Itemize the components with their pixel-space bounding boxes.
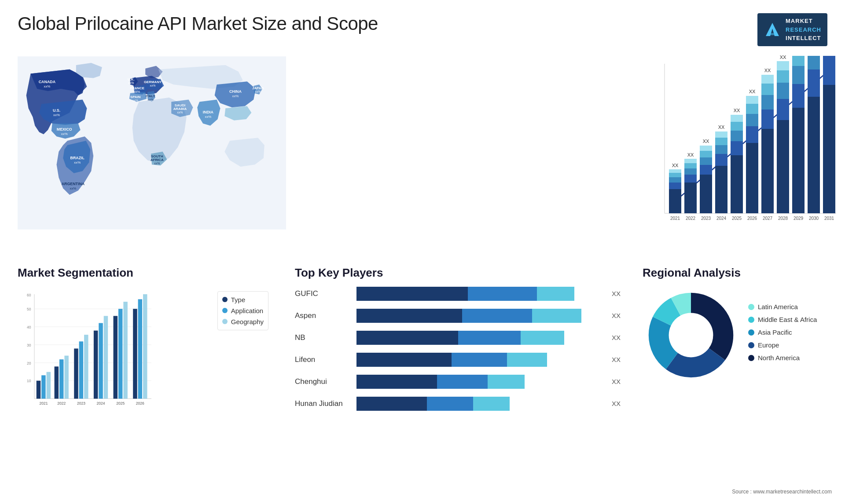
svg-rect-71: [731, 115, 743, 122]
svg-rect-40: [669, 183, 681, 189]
svg-rect-67: [731, 155, 743, 213]
players-title: Top Key Players: [295, 266, 621, 280]
svg-point-149: [669, 313, 713, 357]
svg-text:XX: XX: [780, 55, 786, 60]
svg-text:xx%: xx%: [44, 84, 50, 88]
map-container: CANADA xx% U.S. xx% MEXICO xx% BRAZIL xx…: [18, 55, 625, 240]
svg-text:2025: 2025: [116, 401, 125, 405]
svg-rect-133: [99, 323, 103, 398]
svg-rect-43: [669, 169, 681, 173]
svg-rect-140: [133, 309, 137, 398]
svg-text:2023: 2023: [77, 401, 85, 405]
svg-rect-81: [761, 129, 774, 213]
legend-geography: Geography: [222, 318, 264, 325]
logo-line1: MARKET: [786, 17, 821, 26]
svg-text:xx%: xx%: [53, 113, 60, 117]
svg-text:XX: XX: [734, 108, 740, 113]
svg-rect-121: [41, 375, 46, 398]
svg-rect-39: [669, 189, 681, 213]
map-section: CANADA xx% U.S. xx% MEXICO xx% BRAZIL xx…: [9, 51, 634, 262]
player-bar-lifeon: [356, 353, 604, 367]
application-dot: [222, 308, 228, 313]
legend-application: Application: [222, 307, 264, 314]
svg-text:xx%: xx%: [70, 186, 77, 190]
svg-rect-100: [808, 97, 820, 213]
svg-text:2026: 2026: [136, 401, 144, 405]
svg-rect-95: [792, 108, 805, 213]
svg-text:2029: 2029: [794, 216, 804, 221]
legend-europe: Europe: [748, 341, 817, 349]
svg-rect-125: [59, 359, 64, 398]
svg-rect-61: [715, 154, 727, 166]
svg-rect-64: [715, 131, 727, 138]
svg-text:XX: XX: [718, 124, 725, 130]
svg-rect-96: [792, 84, 805, 108]
player-value-lifeon: XX: [612, 356, 621, 363]
svg-rect-70: [731, 122, 743, 131]
player-value-nb: XX: [612, 334, 621, 341]
svg-text:2024: 2024: [97, 401, 105, 405]
main-grid: CANADA xx% U.S. xx% MEXICO xx% BRAZIL xx…: [0, 51, 845, 499]
svg-text:xx%: xx%: [154, 162, 160, 165]
svg-rect-97: [792, 66, 805, 84]
logo-line3: INTELLECT: [786, 34, 821, 43]
regional-section: Regional Analysis: [634, 262, 836, 499]
svg-rect-141: [138, 299, 143, 398]
svg-rect-47: [684, 175, 697, 183]
players-list: GUFIC XX Aspen: [295, 287, 621, 411]
mea-dot: [748, 317, 754, 323]
svg-rect-53: [700, 175, 712, 213]
regional-title: Regional Analysis: [643, 266, 827, 280]
svg-text:2021: 2021: [39, 401, 48, 405]
player-row-hunan: Hunan Jiudian XX: [295, 397, 621, 411]
svg-rect-78: [746, 96, 758, 104]
player-name-hunan: Hunan Jiudian: [295, 399, 356, 408]
svg-rect-105: [823, 56, 835, 85]
source-text: Source : www.marketresearchintellect.com: [732, 489, 832, 495]
svg-text:xx%: xx%: [132, 99, 138, 102]
players-section: Top Key Players GUFIC XX Aspen: [282, 262, 634, 499]
segmentation-title: Market Segmentation: [18, 266, 273, 280]
svg-rect-74: [746, 143, 758, 213]
svg-text:xx%: xx%: [150, 84, 155, 87]
svg-text:xx%: xx%: [74, 161, 81, 164]
svg-text:XX: XX: [672, 163, 679, 168]
player-name-lifeon: Lifeon: [295, 355, 356, 364]
svg-rect-120: [37, 380, 41, 398]
svg-rect-136: [114, 316, 118, 398]
svg-text:2026: 2026: [747, 216, 757, 221]
svg-rect-76: [746, 114, 758, 126]
segmentation-chart-svg: 10 20 30 40 50 60 2021: [18, 287, 185, 419]
svg-text:SPAIN: SPAIN: [130, 95, 141, 99]
svg-rect-75: [746, 126, 758, 143]
svg-text:20: 20: [27, 361, 31, 365]
svg-rect-98: [792, 56, 805, 66]
north-america-dot: [748, 355, 754, 361]
svg-rect-124: [55, 366, 59, 398]
svg-rect-50: [684, 159, 697, 163]
svg-text:ITALY: ITALY: [146, 94, 155, 98]
player-bar-aspen: [356, 309, 604, 323]
bar-chart-container: XX 2021 XX 2022 XX 2023: [647, 55, 823, 244]
svg-text:xx%: xx%: [255, 90, 261, 93]
svg-rect-90: [777, 83, 789, 99]
svg-rect-101: [808, 69, 820, 97]
svg-rect-84: [761, 84, 774, 95]
europe-dot: [748, 342, 754, 348]
player-name-nb: NB: [295, 333, 356, 342]
svg-text:U.S.: U.S.: [53, 108, 60, 113]
player-row-nb: NB XX: [295, 331, 621, 345]
player-bar-hunan: [356, 397, 604, 411]
svg-rect-69: [731, 131, 743, 141]
svg-text:ARGENTINA: ARGENTINA: [62, 182, 85, 186]
svg-rect-142: [143, 294, 147, 399]
svg-rect-104: [823, 85, 835, 213]
player-row-lifeon: Lifeon XX: [295, 353, 621, 367]
svg-rect-138: [123, 302, 128, 398]
player-row-chenghui: Chenghui XX: [295, 375, 621, 389]
page-header: Global Prilocaine API Market Size and Sc…: [0, 0, 845, 51]
player-value-hunan: XX: [612, 400, 621, 407]
svg-rect-46: [684, 183, 697, 213]
player-value-chenghui: XX: [612, 378, 621, 385]
svg-text:XX: XX: [703, 139, 709, 144]
